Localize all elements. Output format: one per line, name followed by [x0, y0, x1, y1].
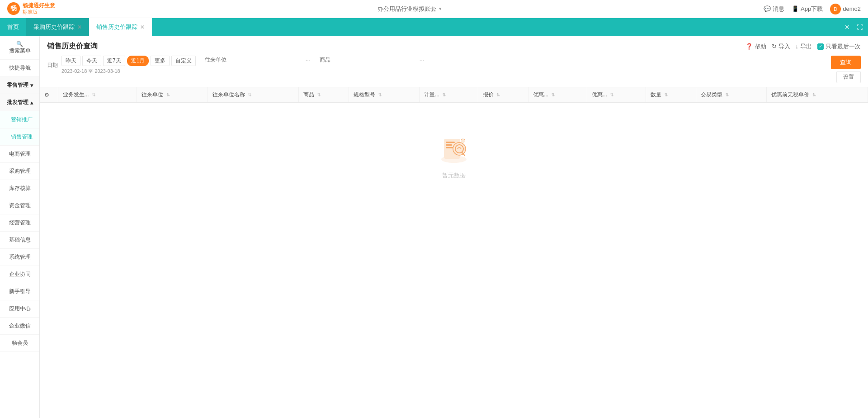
counterparty-dots-icon[interactable]: ··· [305, 56, 311, 63]
goods-input[interactable] [334, 56, 419, 64]
date-btn-yesterday[interactable]: 昨天 [61, 56, 80, 66]
user-name: demo2 [843, 5, 861, 12]
app-download-button[interactable]: 📱 App下载 [792, 5, 823, 13]
date-btn-7days[interactable]: 近7天 [103, 56, 125, 66]
col-unit[interactable]: 计量... ⇅ [419, 87, 478, 103]
only-last-label: 只看最后一次 [826, 43, 861, 51]
logo-area: 畅 畅捷通好生意 标准版 [7, 2, 55, 15]
top-bar-left: 畅 畅捷通好生意 标准版 [7, 2, 55, 15]
sort-arrows-biz-date: ⇅ [92, 92, 95, 97]
col-spec-label: 规格型号 [354, 91, 375, 98]
tab-sales-history[interactable]: 销售历史价跟踪 ✕ [89, 18, 152, 36]
message-label: 消息 [773, 5, 784, 13]
app-download-label: App下载 [801, 5, 823, 13]
col-quote-label: 报价 [483, 91, 494, 98]
sidebar-item-system[interactable]: 系统管理 [0, 249, 39, 266]
table-section: ⚙ 业务发生... ⇅ 往来单位 ⇅ 往来单位名称 [40, 87, 868, 418]
col-discount1[interactable]: 优惠... ⇅ [528, 87, 587, 103]
workspace-dropdown-icon[interactable]: ▾ [439, 6, 442, 12]
col-quote[interactable]: 报价 ⇅ [478, 87, 528, 103]
import-button[interactable]: ↻ 导入 [772, 43, 790, 51]
col-counterparty-name-label: 往来单位名称 [212, 91, 245, 98]
date-btn-custom[interactable]: 自定义 [171, 56, 196, 66]
col-settings[interactable]: ⚙ [40, 87, 58, 103]
retail-arrow-icon: ▾ [30, 82, 33, 89]
col-biz-date-label: 业务发生... [63, 91, 89, 98]
logo-subtext: 标准版 [23, 9, 55, 15]
goods-filter-group: 商品 ··· [320, 56, 425, 64]
col-counterparty-label: 往来单位 [142, 91, 163, 98]
wholesale-arrow-icon: ▴ [30, 100, 33, 106]
only-last-checkbox-area[interactable]: ✓ 只看最后一次 [817, 43, 861, 51]
tab-sales-history-label: 销售历史价跟踪 [96, 23, 137, 31]
tab-purchase-history-close-icon[interactable]: ✕ [77, 24, 82, 30]
date-btn-today[interactable]: 今天 [82, 56, 101, 66]
table-header-row: ⚙ 业务发生... ⇅ 往来单位 ⇅ 往来单位名称 [40, 87, 868, 103]
sort-arrows-quantity: ⇅ [664, 92, 668, 97]
setting-button[interactable]: 设置 [836, 71, 861, 83]
user-profile[interactable]: D demo2 [830, 4, 861, 14]
sidebar-item-app-center[interactable]: 应用中心 [0, 300, 39, 318]
goods-dots-icon[interactable]: ··· [419, 56, 425, 63]
col-pretax-price-label: 优惠前无税单价 [771, 91, 809, 98]
tab-home[interactable]: 首页 [0, 18, 26, 36]
sidebar-item-enterprise-collab[interactable]: 企业协同 [0, 266, 39, 283]
svg-rect-3 [446, 144, 452, 146]
sidebar-item-newcomer[interactable]: 新手引导 [0, 283, 39, 300]
col-quantity[interactable]: 数量 ⇅ [646, 87, 696, 103]
sidebar-item-member[interactable]: 畅会员 [0, 335, 39, 352]
top-bar-right: 💬 消息 📱 App下载 D demo2 [764, 4, 861, 14]
sidebar-item-search-menu[interactable]: 🔍 搜索菜单 [0, 36, 39, 60]
sort-arrows-unit: ⇅ [442, 92, 446, 97]
sort-arrows-trade-type: ⇅ [725, 92, 729, 97]
sidebar-item-finance[interactable]: 资金管理 [0, 197, 39, 214]
col-biz-date[interactable]: 业务发生... ⇅ [58, 87, 137, 103]
sidebar-item-quick-nav[interactable]: 快捷导航 [0, 60, 39, 77]
sidebar-item-marketing-promo[interactable]: 营销推广 [0, 111, 39, 128]
table-container[interactable]: ⚙ 业务发生... ⇅ 往来单位 ⇅ 往来单位名称 [40, 87, 868, 418]
date-btn-more[interactable]: 更多 [151, 56, 170, 66]
sidebar-item-enterprise-wechat[interactable]: 企业微信 [0, 318, 39, 335]
tab-purchase-history-label: 采购历史价跟踪 [33, 23, 75, 31]
counterparty-label: 往来单位 [205, 56, 226, 64]
logo-text: 畅捷通好生意 [23, 2, 55, 9]
col-trade-type-label: 交易类型 [701, 91, 722, 98]
close-window-button[interactable]: ✕ [843, 23, 852, 32]
help-button[interactable]: ❓ 帮助 [745, 43, 766, 51]
date-btn-1month[interactable]: 近1月 [127, 56, 149, 66]
workspace-selector[interactable]: 办公用品行业模拟账套 ▾ [377, 5, 442, 13]
sort-arrows-spec: ⇅ [378, 92, 382, 97]
settings-icon[interactable]: ⚙ [44, 92, 49, 98]
message-button[interactable]: 💬 消息 [764, 5, 784, 13]
sidebar-item-wholesale-mgmt[interactable]: 批发管理 ▴ [0, 94, 39, 111]
sidebar-item-basic-info[interactable]: 基础信息 [0, 232, 39, 249]
sort-arrows-discount2: ⇅ [610, 92, 613, 97]
sidebar-item-sales-mgmt[interactable]: 销售管理 [0, 128, 39, 146]
top-bar: 畅 畅捷通好生意 标准版 办公用品行业模拟账套 ▾ 💬 消息 📱 App下载 D… [0, 0, 868, 18]
counterparty-input[interactable] [230, 56, 305, 64]
content-area: 销售历史价查询 ❓ 帮助 ↻ 导入 ↓ 导出 ✓ [40, 36, 868, 418]
main-layout: 🔍 搜索菜单 快捷导航 零售管理 ▾ 批发管理 ▴ 营销推广 销售管理 电商管理… [0, 36, 868, 418]
export-button[interactable]: ↓ 导出 [796, 43, 812, 51]
sidebar-item-ops[interactable]: 经营管理 [0, 214, 39, 232]
sort-arrows-discount1: ⇅ [551, 92, 555, 97]
goods-label: 商品 [320, 56, 330, 64]
col-counterparty[interactable]: 往来单位 ⇅ [137, 87, 208, 103]
col-goods[interactable]: 商品 ⇅ [298, 87, 349, 103]
tab-sales-history-close-icon[interactable]: ✕ [140, 24, 145, 30]
sidebar-item-inventory[interactable]: 库存核算 [0, 180, 39, 197]
sidebar-item-ecommerce[interactable]: 电商管理 [0, 146, 39, 163]
sort-arrows-counterparty-name: ⇅ [248, 92, 251, 97]
tab-purchase-history[interactable]: 采购历史价跟踪 ✕ [26, 18, 89, 36]
only-last-checkbox[interactable]: ✓ [817, 43, 824, 50]
query-button[interactable]: 查询 [831, 56, 861, 69]
message-icon: 💬 [764, 5, 771, 12]
col-trade-type[interactable]: 交易类型 ⇅ [696, 87, 767, 103]
col-discount2[interactable]: 优惠... ⇅ [587, 87, 646, 103]
col-pretax-price[interactable]: 优惠前无税单价 ⇅ [767, 87, 868, 103]
col-counterparty-name[interactable]: 往来单位名称 ⇅ [208, 87, 298, 103]
sidebar-item-retail-mgmt[interactable]: 零售管理 ▾ [0, 77, 39, 94]
sidebar-item-purchase[interactable]: 采购管理 [0, 163, 39, 180]
maximize-window-button[interactable]: ⛶ [855, 23, 864, 32]
col-spec[interactable]: 规格型号 ⇅ [349, 87, 419, 103]
